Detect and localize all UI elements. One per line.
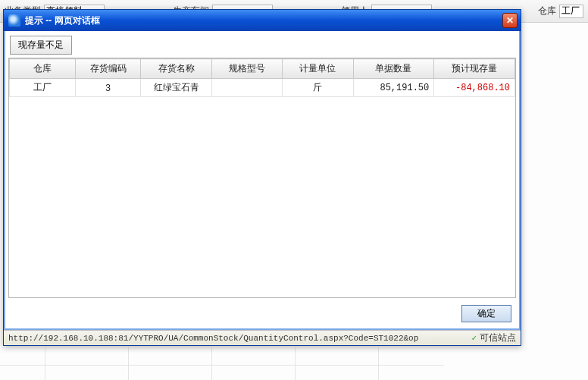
checkmark-icon: ✓ [471, 333, 477, 343]
cell-code: 3 [75, 79, 141, 97]
cell-qty: 85,191.50 [353, 79, 434, 97]
col-unit[interactable]: 计量单位 [283, 59, 353, 79]
col-code[interactable]: 存货编码 [75, 59, 141, 79]
cell-unit: 斤 [283, 79, 353, 97]
webpage-dialog: 提示 -- 网页对话框 ✕ 现存量不足 仓库 存货编码 存货名称 规格型号 计量 [3, 9, 521, 346]
tab-insufficient-stock[interactable]: 现存量不足 [10, 36, 72, 55]
trusted-site-label: 可信站点 [480, 331, 516, 344]
cell-expected: -84,868.10 [434, 79, 515, 97]
col-expected[interactable]: 预计现存量 [434, 59, 515, 79]
dialog-title: 提示 -- 网页对话框 [25, 14, 502, 27]
dialog-button-row: 确定 [461, 305, 511, 322]
status-bar: http://192.168.10.188:81/YYTPRO/UA/Commo… [4, 330, 521, 345]
ie-icon [8, 14, 20, 27]
col-warehouse[interactable]: 仓库 [10, 59, 76, 79]
close-button[interactable]: ✕ [502, 13, 518, 28]
dialog-body: 现存量不足 仓库 存货编码 存货名称 规格型号 计量单位 单据数量 预计现存 [4, 31, 521, 330]
dialog-titlebar[interactable]: 提示 -- 网页对话框 ✕ [4, 10, 521, 31]
tab-row: 现存量不足 [5, 31, 519, 58]
col-name[interactable]: 存货名称 [141, 59, 211, 79]
bg-field-warehouse[interactable] [559, 5, 583, 18]
grid-header-row: 仓库 存货编码 存货名称 规格型号 计量单位 单据数量 预计现存量 [10, 59, 515, 79]
status-url: http://192.168.10.188:81/YYTPRO/UA/Commo… [8, 334, 468, 343]
table-row[interactable]: 工厂 3 红绿宝石青 斤 85,191.50 -84,868.10 [10, 79, 515, 97]
col-qty[interactable]: 单据数量 [353, 59, 434, 79]
col-spec[interactable]: 规格型号 [211, 59, 282, 79]
cell-warehouse: 工厂 [10, 79, 76, 97]
bg-label-warehouse: 仓库 [538, 5, 556, 17]
cell-name: 红绿宝石青 [141, 79, 211, 97]
stock-grid: 仓库 存货编码 存货名称 规格型号 计量单位 单据数量 预计现存量 工厂 3 红… [8, 58, 516, 298]
cell-spec [211, 79, 282, 97]
grid-empty-area [9, 97, 515, 297]
ok-button[interactable]: 确定 [461, 305, 511, 322]
